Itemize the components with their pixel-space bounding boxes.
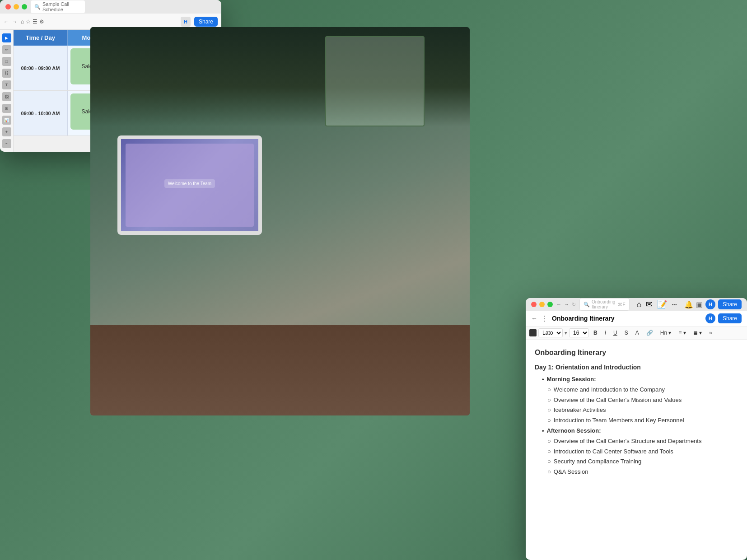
afternoon-items: Overview of the Call Center's Structure … (535, 437, 738, 477)
chart-icon[interactable]: 📊 (2, 116, 11, 125)
add-icon[interactable]: + (2, 127, 11, 136)
more-formatting-button[interactable]: » (706, 329, 715, 337)
notes-search-bar[interactable]: 🔍 Onboarding Itinerary ⌘F (579, 298, 630, 311)
note-user-avatar: H (705, 313, 715, 323)
link-button[interactable]: 🔗 (644, 329, 656, 337)
heading-button[interactable]: Hn ▾ (658, 329, 674, 337)
notes-app-icon[interactable]: 📝 (657, 299, 667, 309)
time-slot-2: 09:00 - 10:00 AM (14, 91, 68, 135)
afternoon-item-1: Overview of the Call Center's Structure … (547, 437, 738, 446)
morning-item-2: Overview of the Call Center's Mission an… (547, 396, 738, 405)
image-icon[interactable]: 🖼 (2, 92, 11, 101)
header-time: Time / Day (14, 30, 68, 46)
notes-body: Onboarding Itinerary Day 1: Orientation … (526, 340, 747, 520)
background-scene: Welcome to the Team (90, 27, 470, 415)
morning-item-3: Icebreaker Activities (547, 406, 738, 415)
minimize-button[interactable] (14, 4, 19, 9)
morning-heading: Morning Session: (542, 375, 738, 384)
notes-maximize-button[interactable] (547, 302, 553, 307)
star-icon[interactable]: ☆ (26, 19, 31, 25)
font-select[interactable]: Lato (538, 328, 563, 337)
search-shortcut: ⌘F (618, 302, 625, 307)
notes-nav-back[interactable]: ← (531, 315, 537, 322)
home-app-icon[interactable]: ⌂ (637, 300, 642, 309)
notes-header-actions: 🔔 ▣ H Share (684, 299, 742, 309)
afternoon-heading: Afternoon Session: (542, 426, 738, 436)
back-icon[interactable]: ← (4, 19, 9, 24)
bold-button[interactable]: B (591, 329, 600, 337)
more-app-icon[interactable]: ••• (672, 302, 677, 307)
sidebar-toggle-icon[interactable]: ▣ (696, 300, 703, 309)
notes-reload-icon[interactable]: ↻ (572, 302, 576, 308)
notes-titlebar-actions: ← → ↻ (556, 302, 576, 308)
desk-surface (90, 325, 470, 415)
search-bar-schedule[interactable]: 🔍 Sample Call Schedule (31, 0, 85, 13)
document-title: Onboarding Itinerary (552, 315, 702, 322)
link-icon[interactable]: ⛓ (2, 69, 11, 78)
toolbar-actions: ⌂ ☆ ☰ ⚙ (21, 19, 177, 25)
app-icons: ⌂ ✉ 📝 ••• (633, 299, 681, 309)
pencil-icon[interactable]: ✏ (2, 45, 11, 54)
maximize-button[interactable] (22, 4, 27, 9)
titlebar-schedule: 🔍 Sample Call Schedule (0, 0, 221, 14)
search-icon: 🔍 (34, 4, 41, 10)
day1-heading: Day 1: Orientation and Introduction (535, 362, 738, 372)
window-notes: ← → ↻ 🔍 Onboarding Itinerary ⌘F ⌂ ✉ 📝 ••… (526, 298, 747, 560)
notes-back-icon[interactable]: ← (556, 302, 561, 307)
notes-traffic-lights (531, 302, 553, 307)
morning-items: Welcome and Introduction to the Company … (535, 385, 738, 425)
notes-toolbar: Lato ▾ 16 B I U S A 🔗 Hn ▾ ≡ ▾ ≣ ▾ » (526, 327, 747, 340)
user-initial: H (181, 17, 191, 27)
notes-minimize-button[interactable] (539, 302, 545, 307)
titlebar-notes: ← → ↻ 🔍 Onboarding Itinerary ⌘F ⌂ ✉ 📝 ••… (526, 298, 747, 311)
note-share-button[interactable]: Share (718, 313, 742, 323)
search-label: Sample Call Schedule (42, 1, 81, 12)
morning-item-1: Welcome and Introduction to the Company (547, 385, 738, 395)
notes-search-icon: 🔍 (584, 302, 590, 308)
close-button[interactable] (5, 4, 11, 9)
text-icon[interactable]: T (2, 80, 11, 89)
italic-button[interactable]: I (602, 329, 609, 337)
note-options-icon[interactable]: ⋮ (541, 314, 548, 323)
underline-button[interactable]: U (611, 329, 620, 337)
list-icon[interactable]: ☰ (33, 19, 37, 25)
forward-icon: → (12, 19, 17, 24)
bell-icon[interactable]: 🔔 (684, 300, 693, 309)
monitor-content: Welcome to the Team (126, 144, 254, 227)
note-title-actions: H Share (705, 313, 742, 323)
share-button-notes[interactable]: Share (718, 299, 742, 309)
notes-close-button[interactable] (531, 302, 537, 307)
cursor-icon[interactable]: ▶ (2, 33, 11, 42)
monitor-label: Welcome to the Team (164, 179, 215, 188)
align-button[interactable]: ≡ ▾ (676, 329, 688, 337)
color-swatch[interactable] (529, 329, 537, 336)
note-main-title: Onboarding Itinerary (535, 347, 738, 359)
share-button-schedule[interactable]: Share (194, 17, 218, 27)
time-slot-1: 08:00 - 09:00 AM (14, 46, 68, 90)
afternoon-item-2: Introduction to Call Center Software and… (547, 447, 738, 457)
settings-icon[interactable]: ⚙ (39, 19, 44, 25)
strikethrough-button[interactable]: S (622, 329, 631, 337)
morning-section: Morning Session: (535, 375, 738, 384)
office-window (325, 36, 425, 126)
chevron-font-icon: ▾ (565, 330, 567, 336)
notes-search-label: Onboarding Itinerary (592, 299, 616, 309)
left-toolbar: ▶ ✏ □ ⛓ T 🖼 ⊞ 📊 + ⋯ (0, 30, 14, 152)
afternoon-section: Afternoon Session: (535, 426, 738, 436)
mail-app-icon[interactable]: ✉ (646, 299, 653, 309)
more-tools-icon[interactable]: ⋯ (2, 139, 11, 148)
note-title-bar: ← ⋮ Onboarding Itinerary H Share (526, 311, 747, 327)
size-select[interactable]: 16 (569, 328, 589, 337)
shapes-icon[interactable]: □ (2, 57, 11, 66)
home-icon[interactable]: ⌂ (21, 19, 24, 25)
table-icon[interactable]: ⊞ (2, 104, 11, 113)
morning-item-4: Introduction to Team Members and Key Per… (547, 416, 738, 425)
afternoon-item-3: Security and Compliance Training (547, 457, 738, 467)
traffic-lights (5, 4, 27, 9)
user-avatar: H (705, 299, 715, 309)
notes-forward-icon[interactable]: → (564, 302, 569, 307)
afternoon-item-4: Q&A Session (547, 467, 738, 477)
monitor-screen: Welcome to the Team (117, 135, 262, 235)
list-button[interactable]: ≣ ▾ (691, 329, 705, 337)
highlight-button[interactable]: A (633, 329, 642, 337)
